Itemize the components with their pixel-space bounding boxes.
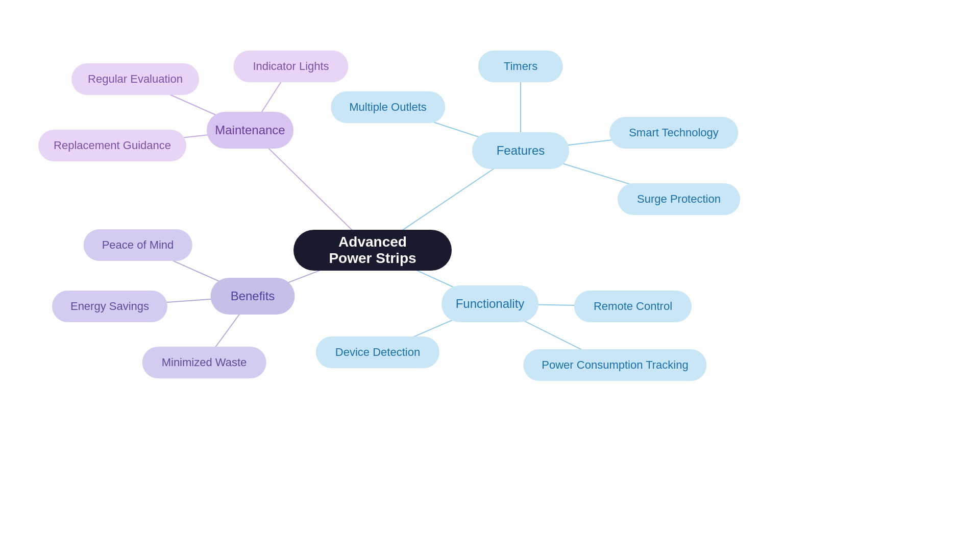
energy-savings-node: Energy Savings [52, 291, 167, 322]
maintenance-node: Maintenance [207, 112, 293, 149]
device-detection-node: Device Detection [316, 336, 439, 368]
features-label: Features [497, 143, 545, 158]
multiple-outlets-node: Multiple Outlets [331, 91, 445, 123]
functionality-node: Functionality [442, 285, 538, 322]
replacement-guidance-node: Replacement Guidance [38, 130, 186, 161]
peace-of-mind-node: Peace of Mind [84, 229, 192, 261]
functionality-label: Functionality [456, 297, 525, 311]
replacement-guidance-label: Replacement Guidance [54, 139, 171, 152]
regular-evaluation-node: Regular Evaluation [71, 63, 199, 95]
regular-evaluation-label: Regular Evaluation [88, 73, 183, 86]
energy-savings-label: Energy Savings [70, 300, 149, 313]
features-node: Features [472, 132, 569, 169]
timers-label: Timers [504, 60, 537, 73]
surge-protection-label: Surge Protection [637, 193, 721, 206]
center-node: Advanced Power Strips [293, 230, 452, 271]
remote-control-label: Remote Control [594, 300, 672, 313]
mindmap-container: Advanced Power Strips Features Multiple … [0, 0, 980, 553]
benefits-node: Benefits [211, 278, 295, 315]
timers-node: Timers [478, 51, 563, 82]
power-consumption-node: Power Consumption Tracking [523, 349, 706, 381]
surge-protection-node: Surge Protection [618, 183, 740, 215]
multiple-outlets-label: Multiple Outlets [349, 101, 427, 114]
device-detection-label: Device Detection [335, 346, 420, 359]
smart-technology-node: Smart Technology [609, 117, 738, 149]
power-consumption-label: Power Consumption Tracking [542, 358, 688, 372]
minimized-waste-node: Minimized Waste [142, 347, 266, 378]
smart-technology-label: Smart Technology [629, 126, 719, 139]
indicator-lights-node: Indicator Lights [233, 51, 348, 82]
center-label: Advanced Power Strips [320, 234, 425, 267]
maintenance-label: Maintenance [215, 123, 285, 137]
minimized-waste-label: Minimized Waste [162, 356, 247, 369]
benefits-label: Benefits [231, 289, 275, 303]
indicator-lights-label: Indicator Lights [253, 60, 329, 73]
remote-control-node: Remote Control [574, 291, 692, 322]
peace-of-mind-label: Peace of Mind [102, 238, 174, 252]
